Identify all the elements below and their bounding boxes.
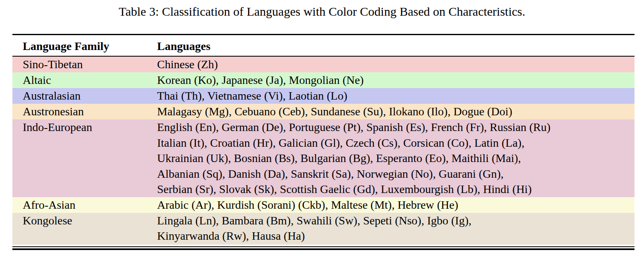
table-row-kongolese: Kongolese Lingala (Ln), Bambara (Bm), Sw… (12, 213, 634, 245)
languages-cell: Chinese (Zh) (157, 56, 634, 72)
table-row-afro-asian: Afro-Asian Arabic (Ar), Kurdish (Sorani)… (12, 197, 634, 213)
family-cell: Austronesian (12, 104, 157, 119)
family-cell: Australasian (12, 88, 157, 104)
languages-cell: Thai (Th), Vietnamese (Vi), Laotian (Lo) (157, 88, 634, 104)
table-row-altaic: Altaic Korean (Ko), Japanese (Ja), Mongo… (12, 72, 634, 88)
family-cell: Sino-Tibetan (12, 56, 157, 72)
table-row-sino-tibetan: Sino-Tibetan Chinese (Zh) (12, 56, 634, 72)
family-cell: Afro-Asian (12, 197, 157, 213)
languages-cell: Arabic (Ar), Kurdish (Sorani) (Ckb), Mal… (157, 197, 634, 213)
table-caption: Table 3: Classification of Languages wit… (0, 3, 644, 20)
table-bottom-rule (12, 246, 634, 250)
languages-cell: Malagasy (Mg), Cebuano (Ceb), Sundanese … (157, 104, 634, 119)
col-header-languages: Languages (157, 35, 634, 57)
table-row-indo-european: Indo-European English (En), German (De),… (12, 119, 634, 197)
family-cell: Kongolese (12, 213, 157, 245)
family-cell: Altaic (12, 72, 157, 88)
family-cell: Indo-European (12, 119, 157, 197)
languages-cell: Lingala (Ln), Bambara (Bm), Swahili (Sw)… (157, 213, 634, 245)
languages-cell: English (En), German (De), Portuguese (P… (157, 119, 634, 197)
col-header-language-family: Language Family (12, 35, 157, 57)
languages-cell: Korean (Ko), Japanese (Ja), Mongolian (N… (157, 72, 634, 88)
table-row-austronesian: Austronesian Malagasy (Mg), Cebuano (Ceb… (12, 104, 634, 119)
header-row: Language Family Languages (12, 35, 634, 57)
table-header: Language Family Languages (12, 35, 634, 57)
language-classification-table: Language Family Languages Sino-Tibetan C… (12, 34, 634, 245)
page: Table 3: Classification of Languages wit… (0, 3, 644, 255)
table-row-australasian: Australasian Thai (Th), Vietnamese (Vi),… (12, 88, 634, 104)
